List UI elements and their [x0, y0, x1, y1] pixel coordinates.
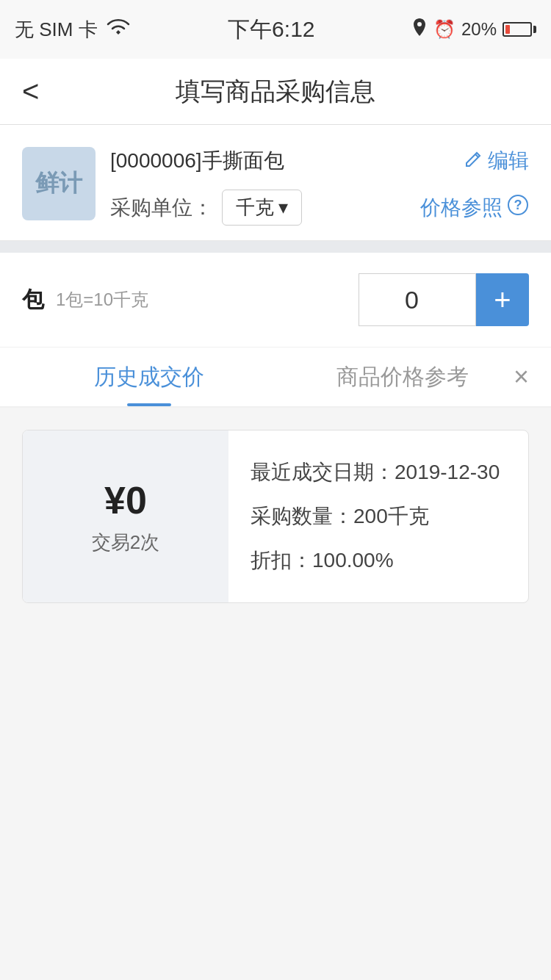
location-icon [411, 17, 428, 42]
qty-unit-name: 包 [22, 285, 44, 315]
history-details-panel: 最近成交日期：2019-12-30 采购数量：200千克 折扣：100.00% [228, 430, 528, 602]
purchase-unit-label: 采购单位： [110, 194, 213, 222]
status-time: 下午6:12 [228, 15, 314, 45]
price-ref-button[interactable]: 价格参照 ? [420, 194, 529, 222]
product-logo: 鲜计 [22, 147, 96, 220]
recent-date-value: 2019-12-30 [395, 461, 500, 483]
product-header: 鲜计 [0000006]手撕面包 编辑 [22, 147, 529, 226]
qty-input-group: + [359, 273, 529, 326]
tab-bar: 历史成交价 商品价格参考 × [0, 347, 551, 408]
dropdown-arrow-icon: ▾ [278, 196, 288, 219]
purchase-unit-left: 采购单位： 千克 ▾ [110, 190, 302, 226]
discount-value: 100.00% [312, 549, 394, 572]
product-name-row: [0000006]手撕面包 编辑 [110, 147, 529, 175]
edit-icon [464, 149, 483, 173]
history-trades-count: 交易2次 [92, 530, 159, 555]
price-ref-label: 价格参照 [420, 194, 503, 222]
alarm-icon: ⏰ [433, 19, 455, 40]
tab-price-ref-label: 商品价格参考 [336, 362, 469, 392]
wifi-icon [105, 17, 132, 43]
qty-conversion: 1包=10千克 [56, 288, 148, 311]
history-purchase-qty-row: 采购数量：200千克 [251, 501, 506, 532]
status-bar: 无 SIM 卡 下午6:12 ⏰ 20% [0, 0, 551, 59]
unit-dropdown[interactable]: 千克 ▾ [222, 190, 302, 226]
quantity-row: 包 1包=10千克 + [0, 253, 551, 347]
purchase-unit-row: 采购单位： 千克 ▾ 价格参照 ? [110, 190, 529, 226]
back-button[interactable]: < [22, 75, 39, 108]
purchase-qty-label: 采购数量： [251, 505, 353, 527]
carrier-text: 无 SIM 卡 [15, 17, 98, 43]
page-title: 填写商品采购信息 [176, 75, 375, 109]
history-price-value: ¥0 [104, 478, 147, 522]
product-name: [0000006]手撕面包 [110, 147, 284, 175]
battery-pct: 20% [461, 19, 497, 40]
product-section: 鲜计 [0000006]手撕面包 编辑 [0, 125, 551, 241]
qty-label: 包 1包=10千克 [22, 285, 148, 315]
discount-label: 折扣： [251, 549, 312, 572]
unit-value: 千克 [236, 195, 274, 220]
history-price-panel: ¥0 交易2次 [23, 430, 228, 602]
tab-history-price[interactable]: 历史成交价 [22, 347, 276, 406]
tab-history-label: 历史成交价 [94, 362, 204, 392]
nav-bar: < 填写商品采购信息 [0, 59, 551, 125]
product-title: 手撕面包 [202, 149, 284, 172]
edit-button[interactable]: 编辑 [464, 147, 529, 175]
edit-label: 编辑 [488, 147, 529, 175]
svg-text:?: ? [514, 198, 522, 212]
quantity-input[interactable] [359, 273, 476, 326]
tab-close-button[interactable]: × [514, 361, 529, 392]
history-content: ¥0 交易2次 最近成交日期：2019-12-30 采购数量：200千克 折扣：… [0, 408, 551, 702]
product-info: [0000006]手撕面包 编辑 采购单位： 千克 [110, 147, 529, 226]
history-card: ¥0 交易2次 最近成交日期：2019-12-30 采购数量：200千克 折扣：… [22, 430, 529, 603]
product-id: [0000006] [110, 149, 202, 172]
product-logo-text: 鲜计 [35, 167, 82, 200]
tab-active-indicator [127, 403, 171, 406]
quantity-plus-button[interactable]: + [476, 273, 529, 326]
status-left: 无 SIM 卡 [15, 17, 132, 43]
history-recent-date-row: 最近成交日期：2019-12-30 [251, 457, 506, 488]
tab-price-ref[interactable]: 商品价格参考 [276, 347, 529, 406]
help-icon: ? [507, 194, 529, 221]
history-discount-row: 折扣：100.00% [251, 545, 506, 576]
recent-date-label: 最近成交日期： [251, 461, 395, 483]
section-divider [0, 241, 551, 253]
status-right: ⏰ 20% [411, 17, 536, 42]
battery-icon [503, 22, 536, 37]
purchase-qty-value: 200千克 [353, 505, 429, 527]
